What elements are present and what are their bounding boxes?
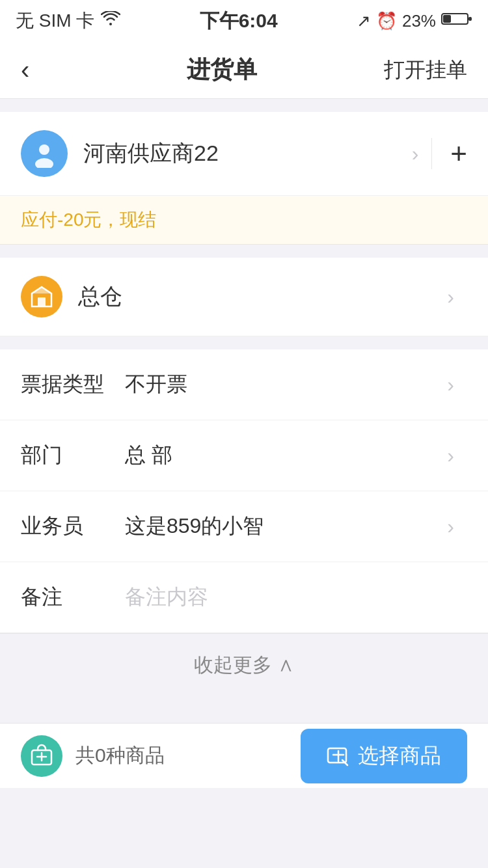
- status-bar: 无 SIM 卡 下午6:04 ↗ ⏰ 23%: [0, 0, 488, 42]
- product-count-text: 共0种商品: [75, 742, 301, 769]
- section-gap-1: [0, 99, 488, 112]
- invoice-type-label: 票据类型: [21, 370, 112, 399]
- svg-rect-5: [38, 297, 46, 306]
- supplier-name: 河南供应商22: [83, 139, 412, 169]
- status-time: 下午6:04: [200, 8, 278, 34]
- add-supplier-button[interactable]: +: [450, 139, 467, 168]
- status-left: 无 SIM 卡: [16, 8, 120, 33]
- section-gap-3: [0, 336, 488, 349]
- department-row[interactable]: 部门 总 部 ›: [0, 420, 488, 491]
- vertical-divider: [431, 138, 432, 169]
- remark-label: 备注: [21, 583, 112, 612]
- warehouse-icon: [21, 276, 62, 318]
- svg-point-4: [35, 158, 53, 168]
- warehouse-row[interactable]: 总仓 ›: [0, 258, 488, 336]
- remark-row[interactable]: 备注 备注内容: [0, 562, 488, 633]
- select-product-button[interactable]: 选择商品: [301, 729, 467, 783]
- invoice-type-row[interactable]: 票据类型 不开票 ›: [0, 349, 488, 420]
- notice-bar: 应付-20元，现结: [0, 196, 488, 245]
- salesperson-value: 这是859的小智: [112, 512, 447, 541]
- page-title: 进货单: [187, 54, 257, 86]
- department-chevron-icon: ›: [447, 444, 454, 468]
- gray-background: [0, 788, 488, 868]
- open-pending-button[interactable]: 打开挂单: [384, 56, 467, 85]
- carrier-text: 无 SIM 卡: [16, 8, 94, 33]
- department-label: 部门: [21, 441, 112, 470]
- invoice-chevron-icon: ›: [447, 373, 454, 397]
- supplier-section: 河南供应商22 › + 应付-20元，现结: [0, 112, 488, 245]
- remark-input[interactable]: 备注内容: [112, 583, 467, 612]
- battery-icon: [441, 11, 472, 31]
- select-product-label: 选择商品: [358, 742, 441, 770]
- wifi-icon: [101, 10, 120, 31]
- nav-bar: ‹ 进货单 打开挂单: [0, 42, 488, 99]
- product-count-icon: [21, 735, 62, 777]
- battery-text: 23%: [402, 11, 436, 31]
- salesperson-row[interactable]: 业务员 这是859的小智 ›: [0, 491, 488, 562]
- bottom-bar: 共0种商品 选择商品: [0, 723, 488, 788]
- form-section: 票据类型 不开票 › 部门 总 部 › 业务员 这是859的小智 › 备注 备注…: [0, 349, 488, 697]
- collapse-button[interactable]: 收起更多 ∧: [0, 633, 488, 697]
- warehouse-name: 总仓: [78, 282, 447, 312]
- section-gap-4: [0, 697, 488, 710]
- location-icon: ↗: [357, 11, 371, 31]
- salesperson-label: 业务员: [21, 512, 112, 541]
- select-product-icon: [327, 744, 350, 768]
- svg-rect-2: [468, 17, 472, 21]
- warehouse-chevron-icon: ›: [447, 285, 454, 309]
- invoice-type-value: 不开票: [112, 370, 447, 399]
- status-right: ↗ ⏰ 23%: [357, 11, 472, 31]
- salesperson-chevron-icon: ›: [447, 515, 454, 539]
- supplier-avatar: [21, 130, 68, 177]
- svg-rect-1: [443, 15, 451, 23]
- notice-text: 应付-20元，现结: [21, 210, 156, 230]
- section-gap-2: [0, 245, 488, 258]
- alarm-icon: ⏰: [376, 11, 397, 31]
- svg-point-3: [39, 144, 49, 155]
- supplier-chevron-icon: ›: [412, 142, 419, 166]
- supplier-row[interactable]: 河南供应商22 › +: [0, 112, 488, 196]
- warehouse-section: 总仓 ›: [0, 258, 488, 336]
- department-value: 总 部: [112, 441, 447, 470]
- back-button[interactable]: ‹: [21, 55, 60, 85]
